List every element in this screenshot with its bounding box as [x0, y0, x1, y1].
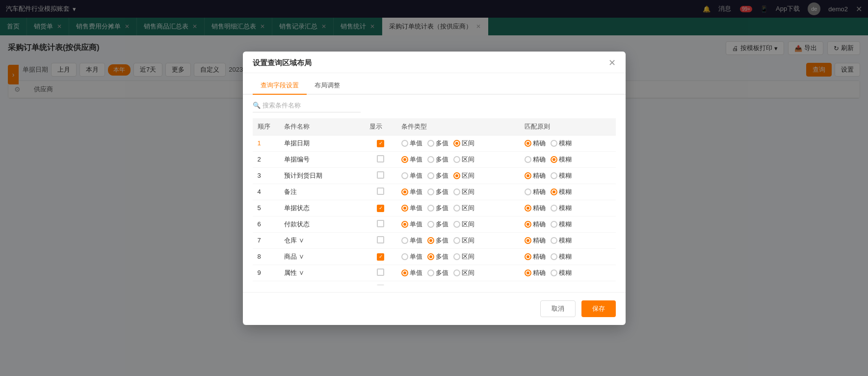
radio-match-9-模糊[interactable]: 模糊 — [551, 269, 572, 277]
checkbox-6[interactable] — [377, 220, 384, 227]
radio-type-8-多值[interactable]: 多值 — [427, 252, 448, 261]
radio-match-7-精确[interactable]: 精确 — [525, 236, 546, 245]
radio-type-2-多值[interactable]: 多值 — [427, 155, 448, 164]
radio-match-3-模糊[interactable]: 模糊 — [551, 171, 572, 180]
checkbox-4[interactable] — [377, 188, 384, 195]
radio-type-3-区间[interactable]: 区间 — [453, 171, 474, 180]
radio-type-2-单值[interactable]: 单值 — [401, 155, 422, 164]
radio-type-9-单值[interactable]: 单值 — [401, 269, 422, 277]
condition-search-area: 🔍 — [253, 102, 361, 112]
row-show-3[interactable] — [365, 167, 396, 184]
radio-match-8-模糊[interactable]: 模糊 — [551, 252, 572, 261]
table-row: 3预计到货日期单值多值区间精确模糊 — [253, 167, 616, 184]
radio-match-1-精确[interactable]: 精确 — [525, 139, 546, 148]
row-show-9[interactable] — [365, 265, 396, 281]
tab-layout[interactable]: 布局调整 — [307, 78, 348, 95]
radio-type-2-区间[interactable]: 区间 — [453, 155, 474, 164]
row-show-1[interactable] — [365, 135, 396, 151]
radio-circle — [401, 156, 408, 163]
radio-type-1-多值[interactable]: 多值 — [427, 139, 448, 148]
radio-type-6-多值[interactable]: 多值 — [427, 220, 448, 229]
row-show-10[interactable] — [365, 281, 396, 285]
radio-match-10-精确[interactable]: 精确 — [525, 285, 546, 285]
radio-match-6-精确[interactable]: 精确 — [525, 220, 546, 229]
row-show-5[interactable] — [365, 200, 396, 216]
radio-match-3-精确[interactable]: 精确 — [525, 171, 546, 180]
radio-type-9-多值[interactable]: 多值 — [427, 269, 448, 277]
radio-type-7-多值[interactable]: 多值 — [427, 236, 448, 245]
radio-match-5-模糊[interactable]: 模糊 — [551, 204, 572, 213]
radio-match-2-精确[interactable]: 精确 — [525, 155, 546, 164]
radio-match-4-模糊[interactable]: 模糊 — [551, 188, 572, 196]
radio-type-4-多值[interactable]: 多值 — [427, 188, 448, 196]
radio-type-3-多值[interactable]: 多值 — [427, 171, 448, 180]
tab-query-fields[interactable]: 查询字段设置 — [253, 78, 307, 95]
checkbox-8[interactable] — [377, 253, 384, 261]
row-show-6[interactable] — [365, 216, 396, 232]
save-button[interactable]: 保存 — [581, 300, 616, 317]
th-match: 匹配原则 — [520, 118, 616, 135]
radio-type-1-单值[interactable]: 单值 — [401, 139, 422, 148]
radio-circle — [453, 221, 460, 228]
radio-type-5-多值[interactable]: 多值 — [427, 204, 448, 213]
dialog-close-button[interactable]: ✕ — [608, 58, 616, 67]
checkbox-1[interactable] — [377, 140, 384, 147]
cancel-button[interactable]: 取消 — [540, 300, 576, 317]
radio-circle — [551, 221, 557, 228]
radio-match-4-精确[interactable]: 精确 — [525, 188, 546, 196]
radio-match-7-模糊[interactable]: 模糊 — [551, 236, 572, 245]
radio-type-8-单值[interactable]: 单值 — [401, 252, 422, 261]
radio-match-10-模糊[interactable]: 模糊 — [551, 285, 572, 285]
search-input[interactable] — [263, 102, 351, 109]
radio-match-5-精确[interactable]: 精确 — [525, 204, 546, 213]
radio-type-10-单值[interactable]: 单值 — [401, 285, 422, 285]
radio-circle — [525, 156, 531, 163]
radio-type-1-区间[interactable]: 区间 — [453, 139, 474, 148]
checkbox-3[interactable] — [377, 171, 384, 179]
radio-type-6-单值[interactable]: 单值 — [401, 220, 422, 229]
radio-type-4-单值[interactable]: 单值 — [401, 188, 422, 196]
radio-type-10-多值[interactable]: 多值 — [427, 285, 448, 285]
radio-type-7-区间[interactable]: 区间 — [453, 236, 474, 245]
row-order-6: 6 — [253, 216, 279, 232]
table-row: 6付款状态单值多值区间精确模糊 — [253, 216, 616, 232]
checkbox-7[interactable] — [377, 236, 384, 243]
radio-match-2-模糊[interactable]: 模糊 — [551, 155, 572, 164]
row-type-3: 单值多值区间 — [396, 167, 519, 184]
table-row: 4备注单值多值区间精确模糊 — [253, 184, 616, 200]
table-row: 1单据日期单值多值区间精确模糊 — [253, 135, 616, 151]
radio-circle — [551, 188, 557, 195]
th-name: 条件名称 — [279, 118, 365, 135]
radio-circle — [401, 172, 408, 179]
row-show-4[interactable] — [365, 184, 396, 200]
radio-type-9-区间[interactable]: 区间 — [453, 269, 474, 277]
checkbox-9[interactable] — [377, 269, 384, 276]
radio-type-4-区间[interactable]: 区间 — [453, 188, 474, 196]
radio-match-6-模糊[interactable]: 模糊 — [551, 220, 572, 229]
checkbox-5[interactable] — [377, 205, 384, 212]
radio-type-10-区间[interactable]: 区间 — [453, 285, 474, 285]
radio-type-3-单值[interactable]: 单值 — [401, 171, 422, 180]
radio-type-8-区间[interactable]: 区间 — [453, 252, 474, 261]
radio-match-8-精确[interactable]: 精确 — [525, 252, 546, 261]
radio-circle — [453, 172, 460, 179]
th-order: 顺序 — [253, 118, 279, 135]
table-row: 10有无商品图片单值多值区间精确模糊 — [253, 281, 616, 285]
row-show-7[interactable] — [365, 232, 396, 248]
conditions-table-scroll: 顺序 条件名称 显示 条件类型 匹配原则 1单据日期单值多值区间精确模糊2单据编… — [253, 118, 616, 285]
checkbox-10[interactable] — [377, 285, 384, 285]
row-show-2[interactable] — [365, 151, 396, 167]
radio-type-6-区间[interactable]: 区间 — [453, 220, 474, 229]
radio-circle — [525, 253, 531, 260]
row-name-3: 预计到货日期 — [279, 167, 365, 184]
row-order-5: 5 — [253, 200, 279, 216]
radio-circle — [551, 253, 557, 260]
radio-type-5-区间[interactable]: 区间 — [453, 204, 474, 213]
radio-match-1-模糊[interactable]: 模糊 — [551, 139, 572, 148]
radio-match-9-精确[interactable]: 精确 — [525, 269, 546, 277]
radio-type-5-单值[interactable]: 单值 — [401, 204, 422, 213]
radio-type-7-单值[interactable]: 单值 — [401, 236, 422, 245]
radio-circle — [551, 237, 557, 244]
row-show-8[interactable] — [365, 248, 396, 265]
checkbox-2[interactable] — [377, 155, 384, 162]
